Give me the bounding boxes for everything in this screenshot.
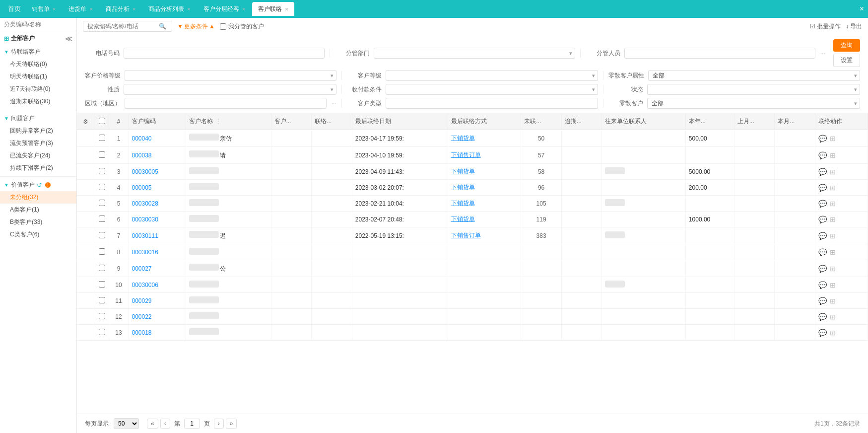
price-grade-select[interactable] [125, 70, 336, 81]
last-method-link[interactable]: 下销货单 [451, 216, 475, 222]
tab-customer-contact[interactable]: 客户联络 × [252, 2, 294, 16]
customer-type-input[interactable] [386, 98, 599, 109]
row-code[interactable]: 00030006 [129, 277, 186, 293]
tab-analysis-list[interactable]: 商品分析列表 × [142, 2, 196, 16]
sidebar-item-ungroup[interactable]: 未分组(32) [0, 191, 76, 204]
row-code[interactable]: 000005 [129, 180, 186, 196]
all-customers-header[interactable]: ⊞ 全部客户 ≪ [0, 31, 76, 46]
chat-icon[interactable]: 💬 [818, 313, 827, 321]
sidebar-item-week-pending[interactable]: 近7天待联络(0) [0, 83, 76, 95]
row-code[interactable]: 000018 [129, 325, 186, 341]
row-code[interactable]: 000040 [129, 130, 186, 147]
sidebar-item-tomorrow-pending[interactable]: 明天待联络(1) [0, 71, 76, 83]
grid-action-icon[interactable]: ⊞ [830, 281, 836, 289]
row-checkbox[interactable] [95, 196, 109, 212]
sidebar-item-declining[interactable]: 持续下滑客户(2) [0, 162, 76, 174]
row-code[interactable]: 000038 [129, 147, 186, 164]
phone-input[interactable] [124, 48, 325, 59]
row-code[interactable]: 00030028 [129, 196, 186, 212]
prev-page-button[interactable]: ‹ [160, 419, 170, 429]
row-select-checkbox[interactable] [99, 313, 105, 319]
tab-purchase[interactable]: 进货单 × [63, 2, 98, 16]
row-select-checkbox[interactable] [99, 200, 105, 206]
row-select-checkbox[interactable] [99, 248, 105, 255]
last-method-link[interactable]: 下销货单 [451, 184, 475, 191]
grid-action-icon[interactable]: ⊞ [830, 168, 836, 176]
row-select-checkbox[interactable] [99, 281, 105, 288]
pending-group-header[interactable]: ▼ 待联络客户 [0, 46, 76, 58]
row-checkbox[interactable] [95, 309, 109, 325]
sidebar-item-churned[interactable]: 已流失客户(24) [0, 149, 76, 162]
settings-col-header[interactable]: ⚙ [77, 113, 95, 130]
last-page-button[interactable]: » [226, 419, 237, 429]
retail-attr-select[interactable]: 全部 [648, 70, 860, 81]
chat-icon[interactable]: 💬 [818, 329, 827, 337]
row-checkbox[interactable] [95, 147, 109, 164]
row-code[interactable]: 00030005 [129, 164, 186, 180]
close-all-button[interactable]: × [860, 4, 864, 13]
row-select-checkbox[interactable] [99, 265, 105, 271]
chat-icon[interactable]: 💬 [818, 265, 827, 273]
chat-icon[interactable]: 💬 [818, 151, 827, 159]
home-tab[interactable]: 首页 [4, 4, 25, 13]
grid-action-icon[interactable]: ⊞ [830, 329, 836, 337]
chat-icon[interactable]: 💬 [818, 200, 827, 208]
chat-icon[interactable]: 💬 [818, 281, 827, 289]
person-more-icon[interactable]: ··· [820, 50, 825, 57]
payment-select[interactable] [386, 84, 599, 95]
sidebar-item-abnormal[interactable]: 回购异常客户(2) [0, 125, 76, 137]
region-more-icon[interactable]: ··· [332, 100, 336, 107]
grid-action-icon[interactable]: ⊞ [830, 265, 836, 273]
row-select-checkbox[interactable] [99, 297, 105, 303]
close-analysis-icon[interactable]: × [133, 6, 135, 12]
export-button[interactable]: ↓ 导出 [846, 22, 862, 31]
row-select-checkbox[interactable] [99, 135, 105, 141]
row-select-checkbox[interactable] [99, 184, 105, 190]
row-checkbox[interactable] [95, 325, 109, 341]
sidebar-item-class-b[interactable]: B类客户(33) [0, 216, 76, 228]
grid-action-icon[interactable]: ⊞ [830, 232, 836, 240]
chat-icon[interactable]: 💬 [818, 184, 827, 192]
sidebar-item-class-a[interactable]: A类客户(1) [0, 204, 76, 216]
row-select-checkbox[interactable] [99, 232, 105, 238]
sidebar-item-class-c[interactable]: C类客户(6) [0, 228, 76, 241]
tab-customer-segment[interactable]: 客户分层经客 × [198, 2, 251, 16]
row-code[interactable]: 000027 [129, 260, 186, 277]
refresh-icon[interactable]: ↺ [37, 181, 42, 189]
collapse-sidebar-icon[interactable]: ≪ [65, 35, 72, 43]
close-customer-contact-icon[interactable]: × [285, 6, 288, 12]
grid-action-icon[interactable]: ⊞ [830, 297, 836, 305]
main-search-icon[interactable]: 🔍 [159, 23, 166, 30]
row-checkbox[interactable] [95, 130, 109, 147]
first-page-button[interactable]: « [147, 419, 158, 429]
grid-action-icon[interactable]: ⊞ [830, 313, 836, 321]
last-method-link[interactable]: 下销售订单 [451, 232, 481, 239]
row-code[interactable]: 00030030 [129, 212, 186, 227]
page-size-select[interactable]: 50 100 [114, 418, 139, 429]
main-search-input[interactable] [87, 23, 157, 30]
row-checkbox[interactable] [95, 260, 109, 277]
batch-operation-button[interactable]: ☑ 批量操作 [810, 22, 841, 31]
sidebar-search-input[interactable] [4, 21, 77, 28]
grid-action-icon[interactable]: ⊞ [830, 216, 836, 223]
row-checkbox[interactable] [95, 164, 109, 180]
grid-action-icon[interactable]: ⊞ [830, 248, 836, 256]
tab-sales[interactable]: 销售单 × [26, 2, 62, 16]
current-page-input[interactable] [184, 419, 200, 429]
retail-customer-select[interactable]: 全部 [647, 98, 860, 109]
row-select-checkbox[interactable] [99, 216, 105, 222]
last-method-link[interactable]: 下销货单 [451, 200, 475, 207]
my-customers-checkbox[interactable]: 我分管的客户 [220, 22, 264, 31]
status-select[interactable] [647, 84, 860, 95]
grid-action-icon[interactable]: ⊞ [830, 184, 836, 192]
gender-select[interactable] [124, 84, 336, 95]
my-customers-check[interactable] [220, 23, 226, 30]
chat-icon[interactable]: 💬 [818, 232, 827, 240]
grid-action-icon[interactable]: ⊞ [830, 135, 836, 143]
region-input[interactable] [125, 98, 327, 109]
chat-icon[interactable]: 💬 [818, 135, 827, 143]
row-checkbox[interactable] [95, 180, 109, 196]
problem-group-header[interactable]: ▼ 问题客户 [0, 112, 76, 125]
row-code[interactable]: 00030111 [129, 227, 186, 244]
close-purchase-icon[interactable]: × [89, 6, 92, 12]
